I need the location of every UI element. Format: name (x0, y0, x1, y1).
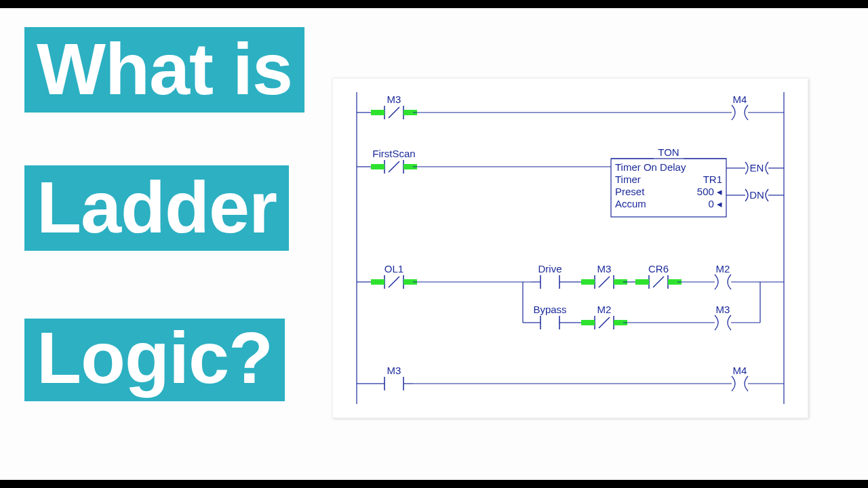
svg-line-47 (389, 277, 399, 287)
svg-text:Drive: Drive (538, 263, 561, 274)
svg-text:FirstScan: FirstScan (372, 148, 415, 159)
svg-rect-92 (581, 320, 595, 325)
svg-text:TR1: TR1 (703, 174, 722, 185)
svg-text:Timer: Timer (615, 174, 641, 185)
title-line-2: Ladder (24, 165, 289, 251)
svg-rect-72 (635, 279, 649, 285)
svg-rect-63 (581, 279, 595, 285)
svg-text:DN: DN (749, 189, 764, 201)
svg-rect-9 (371, 110, 384, 115)
svg-text:EN: EN (750, 162, 764, 174)
svg-text:M2: M2 (597, 304, 612, 315)
svg-text:Accum: Accum (615, 198, 646, 209)
svg-text:CR6: CR6 (648, 263, 669, 274)
svg-text:Timer On Delay: Timer On Delay (615, 161, 686, 173)
svg-line-71 (653, 277, 664, 287)
svg-text:0 ◂: 0 ◂ (708, 198, 722, 209)
svg-rect-48 (371, 279, 384, 285)
svg-text:M3: M3 (716, 304, 730, 315)
svg-line-62 (599, 277, 610, 287)
svg-text:M4: M4 (733, 365, 747, 376)
svg-text:Preset: Preset (615, 186, 645, 197)
ladder-diagram: M3M4FirstScanTONTimer On DelayTimerTR1Pr… (332, 78, 808, 418)
title-line-1: What is (24, 27, 304, 113)
title-line-3: Logic? (24, 319, 285, 401)
svg-text:TON: TON (658, 146, 679, 158)
svg-line-91 (599, 317, 610, 328)
svg-text:M3: M3 (387, 94, 401, 105)
svg-text:M3: M3 (597, 263, 612, 274)
svg-text:500 ◂: 500 ◂ (697, 186, 722, 197)
svg-text:M4: M4 (733, 94, 747, 105)
svg-text:OL1: OL1 (384, 263, 403, 274)
svg-line-20 (389, 161, 399, 172)
svg-text:M3: M3 (387, 365, 401, 376)
svg-text:Bypass: Bypass (533, 304, 566, 315)
svg-text:M2: M2 (716, 263, 730, 274)
svg-rect-21 (371, 164, 384, 169)
svg-line-8 (389, 107, 399, 118)
